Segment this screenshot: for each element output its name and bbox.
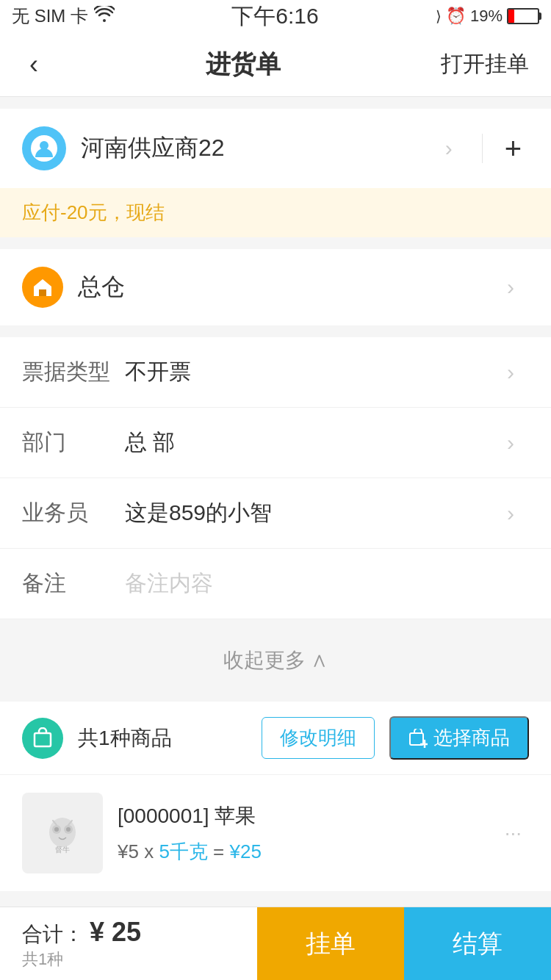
supplier-row[interactable]: 河南供应商22 › + — [0, 109, 551, 188]
collapse-button[interactable]: 收起更多 ∧ — [0, 631, 551, 690]
invoice-type-label: 票据类型 — [22, 357, 110, 387]
svg-point-11 — [66, 827, 71, 832]
battery-icon — [507, 8, 539, 24]
supplier-divider — [482, 134, 483, 163]
dept-label: 部门 — [22, 428, 110, 458]
salesperson-row[interactable]: 业务员 这是859的小智 › — [0, 478, 551, 549]
products-section: 共1种商品 修改明细 选择商品 — [0, 702, 551, 891]
products-header: 共1种商品 修改明细 选择商品 — [0, 702, 551, 774]
product-name: [0000001] 苹果 — [118, 802, 483, 830]
dept-row[interactable]: 部门 总 部 › — [0, 408, 551, 478]
warehouse-section: 总仓 › — [0, 249, 551, 325]
svg-rect-3 — [35, 733, 51, 746]
warehouse-name: 总仓 — [78, 271, 507, 303]
hang-button[interactable]: 挂单 — [257, 907, 404, 981]
product-info: [0000001] 苹果 ¥5 x 5千克 = ¥25 — [118, 802, 483, 865]
total-amount: ¥ 25 — [90, 917, 141, 948]
bottom-bar: 合计： ¥ 25 共1种 挂单 结算 — [0, 907, 551, 980]
total-label: 合计： ¥ 25 — [22, 917, 235, 948]
warehouse-row[interactable]: 总仓 › — [0, 249, 551, 325]
salesperson-chevron-icon: › — [507, 501, 514, 526]
page-title: 进货单 — [206, 48, 281, 82]
open-hang-button[interactable]: 打开挂单 — [441, 49, 529, 79]
select-product-label: 选择商品 — [433, 725, 510, 751]
product-thumb-icon: 督牛 — [37, 804, 88, 862]
svg-point-10 — [54, 827, 59, 832]
product-item: 督牛 [0000001] 苹果 ¥5 x 5千克 = ¥25 ··· — [0, 774, 551, 891]
nav-bar: ‹ 进货单 打开挂单 — [0, 32, 551, 97]
status-bar: 无 SIM 卡 下午6:16 ⟩ ⏰ 19% — [0, 0, 551, 32]
form-section: 票据类型 不开票 › 部门 总 部 › 业务员 这是859的小智 › 备注 备注… — [0, 337, 551, 619]
svg-text:督牛: 督牛 — [55, 846, 70, 854]
quantity: 5千克 — [159, 840, 207, 862]
supplier-name: 河南供应商22 — [81, 132, 445, 165]
svg-rect-4 — [410, 733, 423, 745]
checkout-button[interactable]: 结算 — [404, 907, 551, 981]
battery-text: 19% — [470, 7, 503, 26]
supplier-avatar — [22, 126, 66, 170]
total-section: 合计： ¥ 25 共1种 — [0, 917, 257, 970]
dept-value: 总 部 — [110, 428, 507, 458]
status-right: ⟩ ⏰ 19% — [436, 7, 539, 26]
back-button[interactable]: ‹ — [22, 42, 46, 87]
select-product-button[interactable]: 选择商品 — [389, 716, 529, 760]
invoice-type-value: 不开票 — [110, 357, 507, 387]
supplier-chevron-icon: › — [445, 136, 453, 161]
total-sub: 共1种 — [22, 948, 235, 970]
unit-price: ¥5 x — [118, 840, 159, 862]
location-icon: ⟩ — [436, 7, 442, 25]
product-menu-button[interactable]: ··· — [497, 814, 529, 852]
product-thumbnail: 督牛 — [22, 793, 103, 873]
invoice-type-row[interactable]: 票据类型 不开票 › — [0, 337, 551, 408]
remark-input[interactable]: 备注内容 — [110, 569, 529, 599]
salesperson-label: 业务员 — [22, 498, 110, 528]
subtotal: ¥25 — [230, 840, 262, 862]
equals: = — [213, 840, 229, 862]
wifi-icon — [94, 6, 115, 26]
invoice-chevron-icon: › — [507, 360, 514, 385]
status-time: 下午6:16 — [231, 1, 318, 32]
collapse-section: 收起更多 ∧ — [0, 631, 551, 690]
svg-rect-2 — [39, 289, 46, 296]
add-button[interactable]: + — [497, 132, 529, 165]
alert-banner: 应付-20元，现结 — [0, 188, 551, 237]
main-content: 河南供应商22 › + 应付-20元，现结 总仓 › 票据类型 不开票 › — [0, 109, 551, 976]
status-left: 无 SIM 卡 — [12, 4, 115, 28]
edit-detail-button[interactable]: 修改明细 — [262, 717, 375, 759]
warehouse-icon — [22, 267, 63, 308]
product-count-text: 共1种商品 — [78, 724, 247, 752]
remark-row[interactable]: 备注 备注内容 — [0, 549, 551, 619]
carrier-text: 无 SIM 卡 — [12, 4, 88, 28]
remark-label: 备注 — [22, 569, 110, 599]
dept-chevron-icon: › — [507, 430, 514, 455]
avatar-icon — [31, 135, 57, 162]
warehouse-chevron-icon: › — [507, 275, 514, 300]
product-code: [0000001] — [118, 804, 215, 827]
total-text: 合计： — [22, 920, 84, 948]
product-title: 苹果 — [215, 804, 256, 827]
alarm-icon: ⏰ — [446, 7, 466, 26]
salesperson-value: 这是859的小智 — [110, 498, 507, 528]
product-price: ¥5 x 5千克 = ¥25 — [118, 839, 483, 865]
product-count-icon — [22, 718, 63, 759]
supplier-section: 河南供应商22 › + 应付-20元，现结 — [0, 109, 551, 237]
